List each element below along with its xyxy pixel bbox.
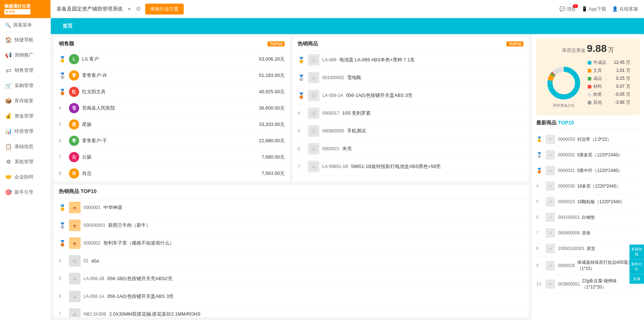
float-btn-live[interactable]: 直播 bbox=[629, 274, 644, 284]
basic-info-icon: 📋 bbox=[5, 143, 12, 150]
svg-text:Ai: Ai bbox=[73, 313, 77, 317]
sidebar-item-label: 库存核算 bbox=[15, 98, 33, 104]
float-service: 客服热线 服务社区 直播 bbox=[629, 245, 644, 284]
product-thumb: 🍖 bbox=[69, 202, 81, 213]
hot-products-header: 热销商品 TOP10 bbox=[54, 185, 529, 199]
product-name: 18颗粒板（1220*2440） bbox=[577, 199, 625, 205]
customer-name: 红太阳文具 bbox=[82, 89, 259, 95]
sidebar-item-finance[interactable]: 💰 资金管理 bbox=[0, 108, 50, 124]
sidebar-item-enterprise[interactable]: 🤝 企业协同 bbox=[0, 169, 50, 185]
hot-product-item: 🥉 🍖 0000002 智利车子里（规格不知道填什么） bbox=[54, 234, 529, 252]
customer-name: 肖总 bbox=[82, 170, 261, 177]
chart-label: 库存资金占比 bbox=[546, 103, 582, 108]
experience-btn[interactable]: 体验行业方案 bbox=[145, 4, 184, 15]
rank-number: 4 bbox=[536, 184, 543, 189]
product-thumb: Ai bbox=[308, 143, 319, 155]
customer-amount: 40,925.00元 bbox=[259, 89, 285, 95]
sidebar-item-inventory[interactable]: 📦 库存核算 bbox=[0, 93, 50, 108]
sidebar-item-purchase[interactable]: 🛒 采购管理 bbox=[0, 78, 50, 93]
rank-number: 7 bbox=[59, 155, 66, 160]
customer-avatar: 星 bbox=[69, 119, 79, 130]
message-badge[interactable]: 💬 消息 6 bbox=[559, 6, 576, 12]
product-name: 电池盖 LA-089 ABS本色+黑种 7.1克 bbox=[339, 57, 415, 63]
legend-name-0: 半成品 bbox=[593, 60, 608, 66]
product-thumb: Ai bbox=[546, 166, 555, 175]
sidebar-item-basic-info[interactable]: 📋 基础信息 bbox=[0, 139, 50, 154]
sidebar-logo: 畅捷通好生意 标准版 bbox=[0, 0, 50, 18]
product-thumb: Ai bbox=[546, 135, 555, 144]
legend-item-3: 材料 0.07 万 bbox=[588, 83, 630, 90]
sidebar-item-label: 新手引导 bbox=[15, 189, 33, 196]
product-code: 0000032 bbox=[558, 152, 575, 157]
product-name: 10S 变刹罗紧 bbox=[342, 110, 371, 116]
sidebar-item-guide[interactable]: 🎯 新手引导 bbox=[0, 185, 50, 200]
recent-product-item: 4 Ai 0000017 10S 变刹罗紧 bbox=[293, 104, 529, 122]
sidebar-item-label: 经营管理 bbox=[15, 128, 33, 135]
rank-number: 6 bbox=[59, 138, 66, 143]
product-name: 45# bbox=[91, 258, 99, 264]
product-thumb: 🍖 bbox=[69, 220, 81, 231]
search-menu[interactable]: 🔍 搜索菜单 bbox=[0, 18, 50, 32]
product-thumb: Ai bbox=[308, 161, 319, 172]
sidebar-item-marketing[interactable]: 📢 营销推广 bbox=[0, 48, 50, 63]
float-btn-community[interactable]: 服务社区 bbox=[629, 259, 644, 274]
rank-icon: 🥇 bbox=[59, 56, 66, 63]
dropdown-icon[interactable]: ▼ bbox=[127, 7, 131, 12]
rank-number: 6 bbox=[298, 146, 305, 151]
sidebar-item-system[interactable]: ⚙ 系统管理 bbox=[0, 154, 50, 169]
hot-product-item: 5 Ai LA-056-1B 056-1B白色按键开关壳ABS2壳 bbox=[54, 270, 529, 288]
rank-icon: 🥉 bbox=[298, 92, 305, 99]
logo-badge: 标准版 bbox=[4, 9, 30, 15]
sidebar-item-label: 系统管理 bbox=[15, 159, 33, 165]
product-thumb: Ai bbox=[69, 308, 81, 317]
product-thumb: Ai bbox=[546, 228, 555, 238]
newest-product-item: 9 Ai 0000028 体城嘉枝味苏打饮品400毫升（1*15） bbox=[536, 257, 640, 275]
recent-product-list: 🥇 Ai LA-089 电池盖 LA-089 ABS本色+黑种 7.1克 🥈 A… bbox=[293, 51, 529, 176]
sidebar-item-sales[interactable]: 🏷 销售管理 bbox=[0, 63, 50, 78]
online-service-label: 在线客服 bbox=[619, 6, 638, 12]
sidebar-item-quicknav[interactable]: 🏠 快捷导航 bbox=[0, 32, 50, 48]
product-thumb: Ai bbox=[308, 90, 319, 101]
recent-product-item: 6 Ai 0000021 夹壳 bbox=[293, 140, 529, 158]
rank-number: 4 bbox=[59, 258, 66, 263]
app-download[interactable]: 📱 App下载 bbox=[582, 6, 606, 12]
rank-icon: 🥈 bbox=[59, 222, 66, 229]
sidebar-item-operations[interactable]: 📊 经营管理 bbox=[0, 124, 50, 139]
svg-text:🍖: 🍖 bbox=[73, 223, 77, 228]
customer-amount: 7,563.00元 bbox=[261, 170, 285, 177]
home-icon: 🏠 bbox=[5, 37, 12, 43]
inventory-icon: 📦 bbox=[5, 98, 12, 104]
product-name: 新西兰牛肉（新牛） bbox=[108, 222, 151, 229]
newest-product-item: 🥇 Ai 0000033 封边带（1.0*22） bbox=[536, 132, 640, 147]
topbar: 装备及固定资产辅助管理系统 ▼ ⚙ 体验行业方案 💬 消息 6 📱 App下载 … bbox=[51, 0, 644, 18]
gear-icon[interactable]: ⚙ bbox=[136, 5, 141, 12]
hot-product-item: 4 Ai 01 45# bbox=[54, 252, 529, 270]
customer-avatar: L bbox=[69, 54, 79, 64]
float-btn-service[interactable]: 客服热线 bbox=[629, 245, 644, 259]
product-code: 10000100001 bbox=[558, 246, 584, 251]
product-code: LA-59651-1B bbox=[322, 164, 348, 169]
product-code: 0000029 bbox=[558, 199, 575, 204]
rank-number: 10 bbox=[536, 282, 543, 287]
hot-product-item: 6 Ai LA-056-1A 056-1A白色按键开关盖ABS 3壳 bbox=[54, 288, 529, 305]
customer-top10-badge: TOP10 bbox=[268, 41, 285, 46]
customer-list-item: 🥈 零 零售客户-许 51,183.00元 bbox=[54, 67, 290, 84]
customer-name: 零售客户-许 bbox=[82, 72, 259, 79]
online-service[interactable]: 👤 在线客服 bbox=[612, 6, 638, 12]
product-name: 白钢垫 bbox=[582, 214, 595, 221]
legend-item-0: 半成品 12.45 万 bbox=[588, 60, 630, 66]
content-area: 销售额 TOP10 🥇 L LS 客户 53,006.26元 🥈 零 零售客户-… bbox=[51, 34, 644, 320]
sidebar-item-label: 销售管理 bbox=[15, 67, 33, 74]
product-name: 056-1B白色按键开关壳ABS2壳 bbox=[107, 275, 172, 282]
product-code: LA-056-1B bbox=[83, 276, 104, 281]
customer-list-item: 5 星 星扬 33,333.00元 bbox=[54, 116, 290, 133]
inventory-card: 库存总资金 9.88 万 bbox=[536, 38, 640, 115]
legend-name-1: 文具 bbox=[593, 67, 608, 74]
inventory-label: 库存总资金 bbox=[562, 48, 586, 53]
rank-icon: 🥇 bbox=[536, 136, 543, 142]
svg-text:Ai: Ai bbox=[312, 130, 315, 133]
rank-icon: 🥉 bbox=[59, 89, 66, 95]
tab-home[interactable]: 首页 bbox=[57, 18, 78, 34]
product-code: LA-056-1A bbox=[83, 294, 104, 299]
customer-list: 🥇 L LS 客户 53,006.26元 🥈 零 零售客户-许 51,183.0… bbox=[54, 51, 290, 182]
